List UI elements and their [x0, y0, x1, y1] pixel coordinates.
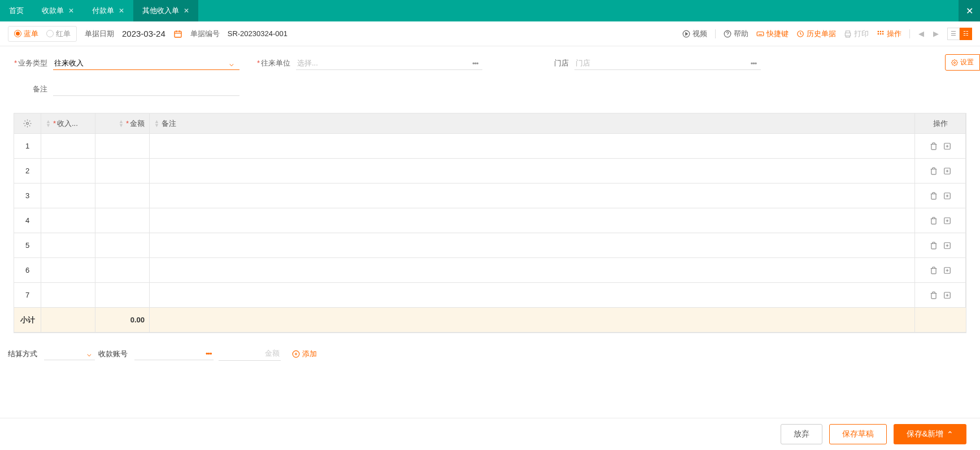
cell-income[interactable] [41, 134, 95, 159]
close-icon[interactable]: ✕ [68, 7, 74, 15]
cell-ops [915, 184, 966, 208]
cell-income[interactable] [41, 283, 95, 308]
add-row-icon[interactable] [943, 192, 951, 200]
delete-row-icon[interactable] [930, 192, 938, 200]
calendar-icon[interactable] [173, 29, 182, 38]
add-row-icon[interactable] [943, 242, 951, 250]
cell-remark[interactable] [150, 159, 915, 184]
cell-amount[interactable] [95, 184, 150, 208]
subtotal-empty [41, 308, 95, 333]
cell-income[interactable] [41, 258, 95, 283]
col-amount-header[interactable]: ▲▼*金额 [95, 113, 150, 134]
cell-amount[interactable] [95, 283, 150, 308]
radio-selected-icon [14, 30, 21, 37]
radio-blue[interactable]: 蓝单 [14, 29, 38, 39]
cell-remark[interactable] [150, 134, 915, 159]
cell-ops [915, 258, 966, 283]
cell-income[interactable] [41, 184, 95, 208]
add-row-icon[interactable] [943, 217, 951, 225]
cell-amount[interactable] [95, 233, 150, 258]
help-link[interactable]: 帮助 [724, 29, 748, 39]
tab-home[interactable]: 首页 [0, 0, 33, 21]
svg-rect-0 [175, 31, 181, 37]
video-link[interactable]: 视频 [682, 29, 707, 39]
shortcut-link-label: 快捷键 [766, 29, 789, 39]
chevron-down-icon[interactable]: ⌵ [229, 59, 234, 68]
delete-row-icon[interactable] [930, 242, 938, 250]
more-icon[interactable]: ••• [472, 59, 478, 68]
svg-point-11 [27, 123, 29, 125]
settle-amount-input[interactable]: 金额 [219, 347, 281, 361]
add-settlement-button[interactable]: 添加 [292, 349, 317, 359]
biz-type-field: *业务类型 ⌵ [14, 56, 234, 70]
biz-type-input[interactable] [53, 56, 239, 70]
sort-icon[interactable]: ▲▼ [154, 120, 159, 128]
delete-row-icon[interactable] [930, 142, 938, 150]
cell-remark[interactable] [150, 233, 915, 258]
delete-row-icon[interactable] [930, 266, 938, 274]
add-row-icon[interactable] [943, 142, 951, 150]
prev-doc-icon[interactable]: ◀ [918, 29, 925, 38]
cell-amount[interactable] [95, 258, 150, 283]
docno-value: SR-20230324-001 [228, 29, 288, 38]
row-number: 7 [14, 283, 41, 308]
settings-button[interactable]: 设置 [945, 54, 980, 71]
docno-label: 单据编号 [190, 29, 220, 39]
cell-remark[interactable] [150, 258, 915, 283]
action-link[interactable]: 操作 [877, 29, 901, 39]
tab-receipt[interactable]: 收款单✕ [33, 0, 83, 21]
table-settings-icon[interactable] [14, 113, 41, 134]
store-label: 门店 [535, 58, 569, 68]
svg-point-10 [954, 62, 956, 63]
col-income-header[interactable]: ▲▼*收入... [41, 113, 95, 134]
chevron-down-icon[interactable]: ⌵ [87, 349, 92, 358]
row-number: 5 [14, 233, 41, 258]
cell-amount[interactable] [95, 159, 150, 184]
row-number: 6 [14, 258, 41, 283]
help-link-label: 帮助 [734, 29, 748, 39]
more-icon[interactable]: ••• [751, 59, 757, 68]
store-input[interactable] [574, 56, 761, 70]
delete-row-icon[interactable] [930, 291, 938, 299]
divider [715, 29, 716, 38]
subtotal-empty [915, 308, 966, 333]
history-link[interactable]: 历史单据 [796, 29, 836, 39]
radio-red[interactable]: 红单 [46, 29, 71, 39]
cell-income[interactable] [41, 208, 95, 233]
cell-amount[interactable] [95, 208, 150, 233]
close-icon[interactable]: ✕ [184, 7, 189, 15]
subtotal-amount: 0.00 [95, 308, 150, 333]
delete-row-icon[interactable] [930, 217, 938, 225]
sort-icon[interactable]: ▲▼ [119, 120, 124, 128]
next-doc-icon[interactable]: ▶ [933, 29, 939, 38]
cell-remark[interactable] [150, 184, 915, 208]
delete-row-icon[interactable] [930, 167, 938, 175]
add-row-icon[interactable] [943, 167, 951, 175]
cell-amount[interactable] [95, 134, 150, 159]
cell-income[interactable] [41, 159, 95, 184]
more-icon[interactable]: ••• [206, 349, 212, 358]
svg-rect-6 [882, 30, 883, 32]
view-list-icon[interactable]: ☰ [947, 28, 960, 40]
shortcut-link[interactable]: 快捷键 [756, 29, 789, 39]
close-all-button[interactable]: ✕ [959, 0, 980, 21]
subtotal-empty [150, 308, 915, 333]
sort-icon[interactable]: ▲▼ [46, 120, 51, 128]
view-detail-icon[interactable]: ☷ [960, 28, 972, 40]
add-row-icon[interactable] [943, 291, 951, 299]
print-link[interactable]: 打印 [844, 29, 869, 39]
date-value[interactable]: 2023-03-24 [122, 29, 165, 38]
cell-income[interactable] [41, 233, 95, 258]
close-icon[interactable]: ✕ [119, 7, 124, 15]
col-remark-header[interactable]: ▲▼备注 [150, 113, 915, 134]
cell-remark[interactable] [150, 208, 915, 233]
settle-account-input[interactable] [134, 348, 214, 360]
tab-other-income-label: 其他收入单 [142, 6, 179, 16]
remark-input[interactable] [53, 82, 239, 96]
add-row-icon[interactable] [943, 266, 951, 274]
tab-payment[interactable]: 付款单✕ [83, 0, 133, 21]
cell-remark[interactable] [150, 283, 915, 308]
tab-other-income[interactable]: 其他收入单✕ [133, 0, 198, 21]
add-settlement-label: 添加 [302, 349, 317, 359]
partner-input[interactable] [296, 56, 482, 70]
